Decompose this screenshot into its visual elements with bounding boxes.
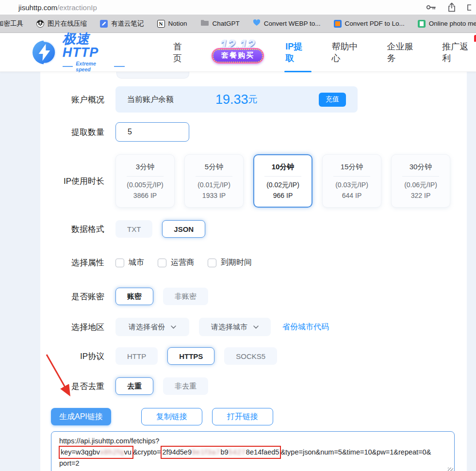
checkbox-carrier[interactable]: 运营商: [158, 258, 194, 268]
protocol-label: IP协议: [40, 351, 115, 362]
balance-box: 当前账户余额 19.33 元 充值: [115, 86, 358, 113]
bookmark-photo-meta[interactable]: Online photo meta...: [418, 20, 476, 28]
url-path: /extractionIp: [57, 3, 97, 12]
format-chip-json-selected[interactable]: JSON: [162, 220, 205, 238]
bookmark-convert-pdf[interactable]: Convert PDF to Lo...: [334, 20, 405, 28]
bookmark-label: 有道云笔记: [111, 19, 144, 28]
attributes-label: 选择属性: [40, 257, 115, 268]
redacted-key: x8h2fq: [100, 448, 124, 456]
checkbox-icon[interactable]: [115, 259, 124, 267]
format-chip-txt[interactable]: TXT: [115, 220, 152, 238]
scrolled-input-stub: [116, 72, 189, 79]
bookmark-label: Convert PDF to Lo...: [345, 20, 405, 27]
duration-card-5min[interactable]: 5分钟 (0.01元/IP) 1933 IP: [184, 154, 244, 208]
protocol-chip-socks5[interactable]: SOCKS5: [224, 347, 277, 365]
chevron-down-icon: [171, 325, 176, 329]
action-buttons: 生成API链接 复制链接 打开链接: [40, 408, 467, 425]
crypto-param-highlight: 2f94d5e99e1f3a7b954278e14faed5: [161, 446, 281, 459]
dedupe-chip-dedupe-selected[interactable]: 去重: [115, 377, 153, 395]
quantity-label: 提取数量: [40, 127, 115, 138]
duration-card-10min-selected[interactable]: 10分钟 (0.02元/IP) 966 IP: [253, 154, 312, 208]
password-key-icon[interactable]: [426, 4, 436, 10]
balance-value: 19.33: [215, 92, 248, 107]
api-url-textarea[interactable]: https://api.jisuhttp.com/fetchips? key=w…: [51, 431, 455, 471]
key-param-highlight: key=w3qgbvx8h2fqvu: [59, 446, 133, 459]
heart-icon: [253, 19, 261, 28]
folder-icon: [200, 19, 209, 28]
duration-card-15min[interactable]: 15分钟 (0.03元/IP) 644 IP: [322, 154, 381, 208]
share-icon[interactable]: [448, 2, 456, 12]
bookmark-label: Online photo meta...: [429, 20, 476, 27]
nav-referral[interactable]: 推广返利: [442, 41, 476, 64]
checkbox-icon[interactable]: [208, 259, 216, 267]
bookmark-encrypt-tools[interactable]: 加密工具: [0, 19, 23, 28]
extraction-form: 账户概况 当前账户余额 19.33 元 充值 提取数量 IP使用时长 3分钟 (…: [40, 72, 467, 471]
auth-label: 是否账密: [40, 291, 115, 302]
bookmark-label: ChatGPT: [213, 20, 240, 27]
logo-title: 极速HTTP: [63, 32, 125, 60]
auth-chip-no-credentials[interactable]: 非账密: [163, 288, 208, 305]
api-url-line3: port=2: [59, 458, 446, 469]
nav-enterprise[interactable]: 企业服务: [387, 41, 421, 64]
nav-home[interactable]: 首页: [173, 41, 190, 64]
province-city-code-link[interactable]: 省份城市代码: [282, 322, 329, 332]
resize-handle[interactable]: [448, 468, 453, 471]
browser-url-bar[interactable]: jisuhttp.com/extractionIp: [0, 0, 476, 15]
duration-card-3min[interactable]: 3分钟 (0.005元/IP) 3866 IP: [115, 154, 175, 208]
copy-link-button[interactable]: 复制链接: [141, 408, 202, 425]
auth-chip-credentials-selected[interactable]: 账密: [115, 288, 153, 305]
bookmark-label: Notion: [168, 20, 187, 27]
duration-options: 3分钟 (0.005元/IP) 3866 IP 5分钟 (0.01元/IP) 1…: [115, 154, 450, 208]
url-host: jisuhttp.com: [18, 3, 57, 12]
redacted-crypto-2: 5427: [229, 448, 246, 456]
pen-icon: [100, 20, 108, 28]
bookmarks-bar: 加密工具 图片在线压缩 有道云笔记 N Notion ChatGPT Conve…: [0, 15, 476, 33]
panda-icon: [36, 20, 44, 28]
redacted-crypto-1: 9e1f3a7: [192, 448, 220, 456]
bookmark-label: Convert WEBP to...: [264, 20, 321, 27]
promo-buy-label: 套餐购买: [212, 48, 264, 64]
duration-card-30min[interactable]: 30分钟 (0.06元/IP) 322 IP: [391, 154, 450, 208]
checkbox-icon[interactable]: [158, 259, 166, 267]
main-nav: 首页 12.12 套餐购买 IP提取 帮助中心 企业服务 推广返利: [173, 41, 476, 64]
balance-unit: 元: [248, 93, 258, 106]
dedupe-chip-no-dedupe[interactable]: 非去重: [163, 377, 208, 395]
province-select[interactable]: 请选择省份: [115, 318, 189, 336]
protocol-chip-https-selected[interactable]: HTTPS: [167, 347, 214, 365]
protocol-chip-http[interactable]: HTTP: [115, 347, 158, 365]
photo-metadata-icon: [418, 20, 426, 28]
hot-badge: [474, 35, 476, 42]
quantity-input[interactable]: [115, 122, 189, 142]
nav-ip-extract[interactable]: IP提取: [285, 41, 310, 64]
account-overview-label: 账户概况: [40, 94, 115, 105]
checkbox-expire-time[interactable]: 到期时间: [208, 258, 252, 268]
logo-subtitle: Extreme speed: [63, 61, 125, 72]
clipped-toolbar-icon[interactable]: [467, 3, 471, 11]
bookmark-convert-webp[interactable]: Convert WEBP to...: [253, 19, 321, 28]
bookmark-notion[interactable]: N Notion: [157, 20, 187, 28]
dedupe-label: 是否去重: [40, 381, 115, 392]
bookmark-youdao-note[interactable]: 有道云笔记: [100, 19, 144, 28]
api-url-line1: https://api.jisuhttp.com/fetchips?: [59, 436, 446, 447]
generate-api-link-button[interactable]: 生成API链接: [51, 408, 111, 425]
recharge-button[interactable]: 充值: [319, 93, 346, 107]
bookmark-label: 图片在线压缩: [48, 19, 87, 28]
pdf-converter-icon: [334, 20, 342, 28]
promo-banner-1212[interactable]: 12.12 套餐购买: [212, 38, 264, 64]
bookmark-label: 加密工具: [0, 19, 23, 28]
active-tab-underline: [284, 71, 312, 72]
site-logo[interactable]: 极速HTTP Extreme speed: [31, 32, 125, 73]
format-label: 数据格式: [40, 224, 115, 235]
city-select[interactable]: 请选择城市: [199, 318, 271, 336]
current-balance-label: 当前账户余额: [127, 95, 174, 105]
api-url-line2: key=w3qgbvx8h2fqvu&crypto=2f94d5e99e1f3a…: [59, 447, 446, 458]
region-label: 选择地区: [40, 322, 115, 333]
open-link-button[interactable]: 打开链接: [212, 408, 273, 425]
bookmark-chatgpt[interactable]: ChatGPT: [200, 19, 240, 28]
lightning-logo-icon: [31, 39, 58, 66]
site-header: 极速HTTP Extreme speed 首页 12.12 套餐购买 IP提取 …: [0, 33, 476, 72]
nav-help-center[interactable]: 帮助中心: [332, 41, 366, 64]
notion-icon: N: [157, 20, 165, 28]
bookmark-image-compress[interactable]: 图片在线压缩: [36, 19, 87, 28]
checkbox-city[interactable]: 城市: [115, 258, 144, 268]
